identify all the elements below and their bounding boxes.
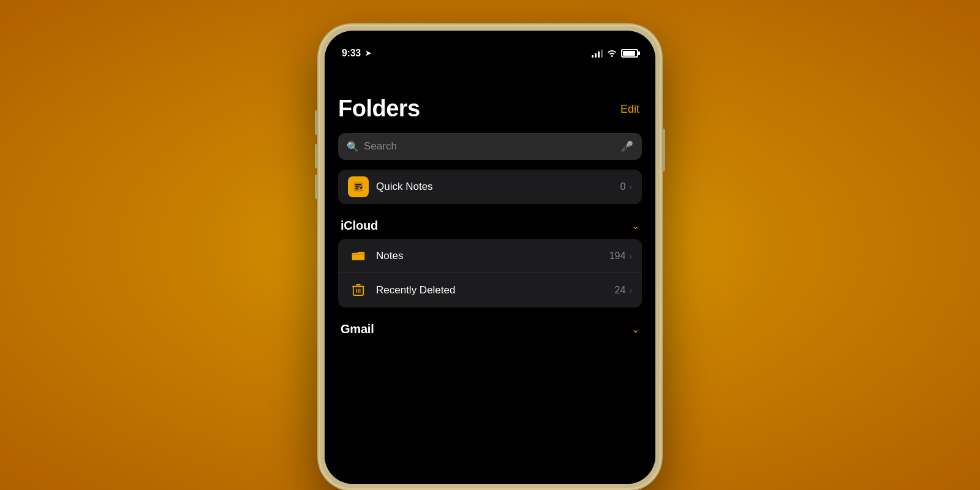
status-icons [592,48,638,59]
bar1 [592,55,594,58]
icloud-section-header[interactable]: iCloud ⌄ [338,209,642,239]
quick-notes-chevron-icon: › [629,182,632,192]
recently-deleted-row[interactable]: Recently Deleted 24 › [338,273,642,307]
search-icon: 🔍 [347,141,359,153]
screen-content: Edit Folders 🔍 Search 🎤 [325,66,655,484]
battery-icon [621,49,638,58]
bar2 [595,53,597,58]
gmail-section-header[interactable]: Gmail ⌄ [338,312,642,342]
gmail-chevron-down-icon: ⌄ [631,323,639,335]
signal-bars-icon [592,49,603,58]
battery-fill [623,51,635,56]
recently-deleted-label: Recently Deleted [376,284,615,296]
notes-label: Notes [376,250,609,262]
status-time: 9:33 ➤ [342,48,371,59]
quick-notes-count: 0 [620,181,625,192]
icloud-section-label: iCloud [341,219,378,233]
quick-notes-row[interactable]: Quick Notes 0 › [338,170,642,204]
gmail-section-label: Gmail [341,322,374,336]
trash-icon [348,280,369,301]
recently-deleted-count: 24 [615,285,626,296]
bar3 [598,51,600,58]
phone-wrapper: 9:33 ➤ [318,24,662,490]
notes-chevron-icon: › [629,251,632,261]
notes-count: 194 [609,251,626,262]
icloud-chevron-down-icon: ⌄ [631,220,639,232]
notes-folder-icon [348,246,369,266]
search-bar[interactable]: 🔍 Search 🎤 [338,133,642,160]
battery-body [621,49,638,58]
dynamic-island [453,39,527,59]
quick-notes-icon [348,176,369,197]
page-title: Folders [338,96,642,122]
wifi-icon [606,48,617,59]
edit-button[interactable]: Edit [620,103,639,116]
time-label: 9:33 [342,48,361,59]
quick-notes-label: Quick Notes [376,181,620,193]
icloud-items-container: Notes 194 › [338,239,642,307]
microphone-icon[interactable]: 🎤 [620,140,633,153]
recently-deleted-chevron-icon: › [629,285,632,295]
search-placeholder: Search [364,140,616,153]
bar4 [601,50,603,58]
phone-screen: 9:33 ➤ [325,31,655,484]
location-arrow-icon: ➤ [365,49,371,58]
notes-row[interactable]: Notes 194 › [338,239,642,273]
phone-frame: 9:33 ➤ [318,24,662,490]
